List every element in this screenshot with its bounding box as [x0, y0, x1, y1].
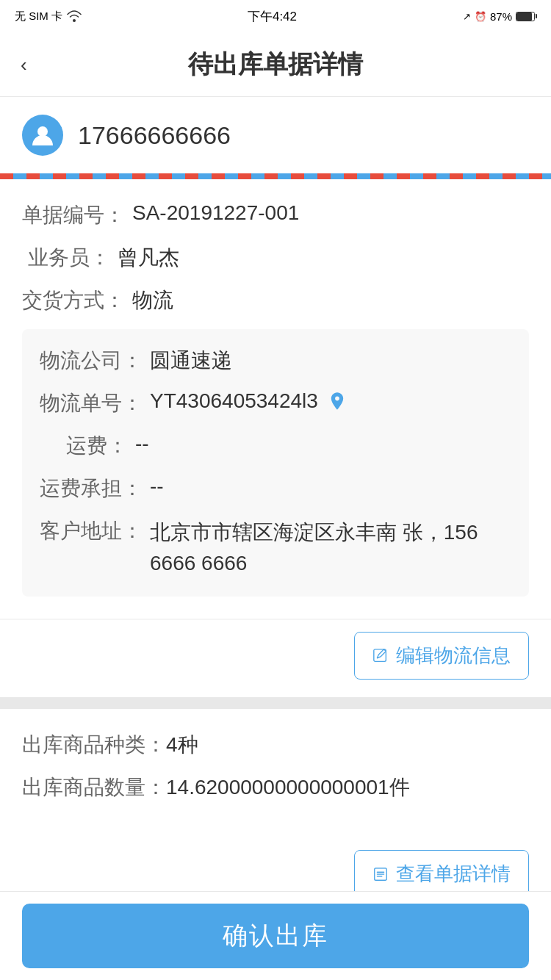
- status-left: 无 SIM 卡: [15, 10, 82, 24]
- logistics-company-row: 物流公司： 圆通速递: [40, 347, 511, 375]
- tracking-location-icon[interactable]: [327, 391, 347, 411]
- tracking-row: 物流单号： YT43064053424l3: [40, 389, 511, 417]
- tracking-value: YT43064053424l3: [150, 389, 511, 413]
- logistics-card: 物流公司： 圆通速递 物流单号： YT43064053424l3 运费： -- …: [22, 329, 529, 597]
- tracking-label: 物流单号：: [40, 389, 150, 417]
- status-right: ↗ ⏰ 87%: [463, 10, 536, 23]
- edit-logistics-label: 编辑物流信息: [396, 643, 511, 669]
- freight-label: 运费：: [40, 432, 135, 460]
- order-number-label: 单据编号：: [22, 201, 132, 229]
- status-bar: 无 SIM 卡 下午4:42 ↗ ⏰ 87%: [0, 0, 551, 32]
- nav-bar: ‹ 待出库单据详情: [0, 32, 551, 97]
- location-status-icon: ↗: [463, 11, 471, 22]
- section-separator: [0, 697, 551, 709]
- address-label: 客户地址：: [40, 517, 150, 545]
- delivery-value: 物流: [132, 287, 529, 314]
- goods-qty-label: 出库商品数量：: [22, 774, 166, 801]
- sim-text: 无 SIM 卡: [15, 10, 62, 24]
- logistics-company-label: 物流公司：: [40, 347, 150, 375]
- order-number-value: SA-20191227-001: [132, 201, 529, 225]
- goods-section: 出库商品种类： 4种 出库商品数量： 14.62000000000000001件: [0, 709, 551, 838]
- freight-bear-value: --: [150, 475, 511, 498]
- goods-qty-row: 出库商品数量： 14.62000000000000001件: [22, 774, 529, 801]
- svg-point-0: [37, 126, 48, 137]
- list-icon: [372, 866, 389, 882]
- alarm-icon: ⏰: [475, 11, 486, 22]
- wifi-icon: [67, 10, 82, 22]
- goods-types-row: 出库商品种类： 4种: [22, 731, 529, 759]
- customer-phone: 17666666666: [78, 121, 231, 150]
- goods-types-value: 4种: [166, 731, 198, 759]
- order-number-row: 单据编号： SA-20191227-001: [22, 201, 529, 229]
- freight-value: --: [135, 432, 511, 455]
- avatar: [22, 115, 63, 156]
- battery-percent: 87%: [490, 10, 512, 23]
- salesman-row: 业务员： 曾凡杰: [22, 244, 529, 272]
- delivery-row: 交货方式： 物流: [22, 287, 529, 314]
- address-value: 北京市市辖区海淀区永丰南 张，156 6666 6666: [150, 517, 511, 579]
- confirm-button[interactable]: 确认出库: [22, 904, 529, 968]
- delivery-label: 交货方式：: [22, 287, 132, 314]
- user-icon: [29, 122, 56, 148]
- battery-icon: [516, 12, 536, 21]
- salesman-label: 业务员：: [22, 244, 118, 272]
- customer-section: 17666666666: [0, 97, 551, 173]
- salesman-value: 曾凡杰: [118, 244, 529, 272]
- goods-types-label: 出库商品种类：: [22, 731, 166, 759]
- back-button[interactable]: ‹: [21, 53, 27, 76]
- svg-rect-1: [374, 649, 386, 661]
- bottom-bar: 确认出库: [0, 891, 551, 980]
- order-info-section: 单据编号： SA-20191227-001 业务员： 曾凡杰 交货方式： 物流 …: [0, 179, 551, 619]
- dashed-divider: [0, 173, 551, 179]
- edit-logistics-section: 编辑物流信息: [0, 620, 551, 697]
- edit-icon: [372, 648, 389, 664]
- address-row: 客户地址： 北京市市辖区海淀区永丰南 张，156 6666 6666: [40, 517, 511, 579]
- status-time: 下午4:42: [248, 8, 297, 25]
- view-details-label: 查看单据详情: [396, 861, 511, 887]
- edit-logistics-button[interactable]: 编辑物流信息: [354, 632, 529, 680]
- page-title: 待出库单据详情: [188, 48, 363, 82]
- tracking-number: YT43064053424l3: [150, 389, 318, 413]
- freight-bear-row: 运费承担： --: [40, 475, 511, 502]
- freight-bear-label: 运费承担：: [40, 475, 150, 502]
- freight-row: 运费： --: [40, 432, 511, 460]
- goods-qty-value: 14.62000000000000001件: [166, 774, 410, 801]
- logistics-company-value: 圆通速递: [150, 347, 511, 375]
